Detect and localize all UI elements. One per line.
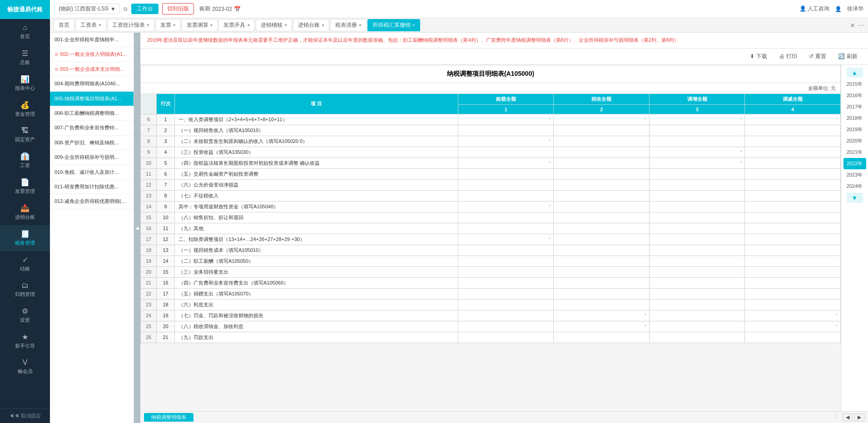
cell-project[interactable]: 其中：专项用途财政性资金（填写A105040） (175, 201, 458, 212)
cell-col2[interactable] (554, 147, 650, 157)
tab-settings-button[interactable]: ⋯ (858, 22, 864, 29)
cell-col3[interactable] (649, 223, 745, 234)
cell-col1[interactable] (458, 310, 554, 321)
cell-col2[interactable] (554, 125, 650, 136)
year-up-button[interactable]: ▲ (847, 68, 863, 78)
cell-col3[interactable] (649, 321, 745, 332)
cell-col1[interactable] (458, 125, 554, 136)
sidebar-item-ledger[interactable]: ☰ 总账 (0, 44, 50, 70)
left-panel-item-3[interactable]: 003-一般企业成本支出明细... (50, 62, 134, 77)
left-panel-item-12[interactable]: 012-减免企业所得税优惠明细(… (50, 194, 134, 209)
cell-col3[interactable] (649, 190, 745, 201)
cell-col2[interactable] (554, 212, 650, 223)
cell-col1[interactable] (458, 245, 554, 256)
collapse-panel-button[interactable]: ◀ (134, 33, 140, 423)
left-panel-item-4[interactable]: 004-期间费用明细表(A1040... (50, 77, 134, 91)
year-item[interactable]: 2023年 (843, 169, 866, 181)
cell-project[interactable]: 一、收入类调整项目（2+3+4+5+6+7+8+10+11） (175, 114, 458, 125)
cell-col2[interactable] (554, 201, 650, 212)
tab-tax-clear[interactable]: 税表清册 × (330, 19, 367, 31)
cell-project[interactable]: （四）广告费和业务宣传费支出（填写A105060） (175, 277, 458, 288)
left-panel-item-9[interactable]: 009-企业所得税弥补亏损明... (50, 150, 134, 165)
cell-col4[interactable] (745, 299, 841, 310)
tab-close-icon[interactable]: × (247, 23, 250, 28)
sidebar-item-guide[interactable]: ★ 新手引导 (0, 328, 50, 354)
cell-project[interactable]: （七）不征税收入 (175, 190, 458, 201)
tab-close-icon[interactable]: × (284, 23, 287, 28)
sidebar-item-invoice[interactable]: 📄 发票管理 (0, 173, 50, 199)
cell-col1[interactable]: * (458, 201, 554, 212)
cell-project[interactable]: （九）其他 (175, 223, 458, 234)
cell-col3[interactable] (649, 299, 745, 310)
cell-col2[interactable] (554, 168, 650, 179)
year-item[interactable]: 2024年 (843, 181, 866, 192)
cell-col2[interactable] (554, 288, 650, 299)
tab-close-icon[interactable]: × (210, 23, 213, 28)
cell-col1[interactable]: * (458, 234, 554, 245)
cell-col3[interactable] (649, 266, 745, 277)
cell-col2[interactable]: * (554, 310, 650, 321)
tab-purchase-check[interactable]: 进销稽核 × (256, 19, 292, 31)
cell-project[interactable]: （三）业务招待要支出 (175, 266, 458, 277)
sidebar-item-report[interactable]: 📊 报表中心 (0, 70, 50, 96)
cell-col2[interactable] (554, 245, 650, 256)
year-item[interactable]: 2021年 (843, 147, 866, 158)
cell-col2[interactable] (554, 190, 650, 201)
cell-col3[interactable] (649, 125, 745, 136)
sidebar-item-assets[interactable]: 🏗 固定资产 (0, 122, 50, 148)
tab-home[interactable]: 首页 (54, 19, 74, 31)
cell-col1[interactable] (458, 179, 554, 190)
cell-col3[interactable] (649, 288, 745, 299)
cell-col3[interactable]: * (649, 147, 745, 157)
cell-col4[interactable] (745, 125, 841, 136)
reset-button[interactable]: ↺ 重置 (805, 51, 830, 62)
cell-col3[interactable] (649, 245, 745, 256)
cell-col3[interactable]: * (649, 157, 745, 168)
year-item[interactable]: 2019年 (843, 124, 866, 135)
tab-invoice-open[interactable]: 发票开具 × (218, 19, 255, 31)
cell-project[interactable]: （七）罚金、罚款和被没收财物的损失 (175, 310, 458, 321)
cell-col2[interactable] (554, 299, 650, 310)
sidebar-item-vip[interactable]: V 畅会员 (0, 354, 50, 379)
cell-col4[interactable]: * (745, 321, 841, 332)
year-item[interactable]: 2015年 (843, 79, 866, 90)
tab-close-icon[interactable]: × (173, 23, 176, 28)
user-avatar[interactable]: 👤 (835, 6, 842, 12)
tab-income-tax[interactable]: 所得税汇算撤销 × (367, 19, 420, 31)
left-panel-item-2[interactable]: 002-一般企业收入明细表(A1... (50, 47, 134, 62)
cell-project[interactable]: （九）罚款支出 (175, 332, 458, 343)
cell-col4[interactable] (745, 157, 841, 168)
cell-col4[interactable] (745, 277, 841, 288)
cell-col2[interactable] (554, 234, 650, 245)
year-item[interactable]: 2020年 (843, 135, 866, 147)
cell-col4[interactable] (745, 288, 841, 299)
year-item[interactable]: 2018年 (843, 113, 866, 124)
cell-col1[interactable] (458, 299, 554, 310)
tab-invoice[interactable]: 发票 × (155, 19, 181, 31)
cell-col4[interactable] (745, 190, 841, 201)
cell-col3[interactable]: * (649, 114, 745, 125)
cell-col4[interactable] (745, 212, 841, 223)
cell-col4[interactable] (745, 147, 841, 157)
left-panel-item-6[interactable]: 006-职工薪酬纳税调整明细... (50, 106, 134, 121)
cell-col3[interactable] (649, 136, 745, 147)
cell-col2[interactable] (554, 277, 650, 288)
tab-close-icon[interactable]: × (147, 23, 149, 28)
refresh-button[interactable]: 🔄 刷新 (834, 51, 861, 62)
cell-col4[interactable] (745, 234, 841, 245)
bottom-tab[interactable]: 纳税调整明细表 (144, 413, 193, 422)
cell-col2[interactable] (554, 223, 650, 234)
cell-col4[interactable] (745, 245, 841, 256)
left-panel-item-10[interactable]: 010-免税、减计收入及加计... (50, 165, 134, 180)
sidebar-item-settings[interactable]: ⚙ 设置 (0, 302, 50, 328)
sidebar-item-home[interactable]: ⌂ 首页 (0, 19, 50, 44)
sidebar-item-salary[interactable]: 👔 工资 (0, 148, 50, 173)
cell-col3[interactable] (649, 201, 745, 212)
cell-col4[interactable]: * (745, 114, 841, 125)
cell-col3[interactable] (649, 310, 745, 321)
cell-col4[interactable]: * (745, 310, 841, 321)
cell-project[interactable]: （三）投资收益（填写A105030） (175, 147, 458, 157)
cell-col2[interactable] (554, 256, 650, 266)
year-item[interactable]: 2017年 (843, 101, 866, 113)
calendar-icon[interactable]: 📅 (234, 6, 241, 12)
